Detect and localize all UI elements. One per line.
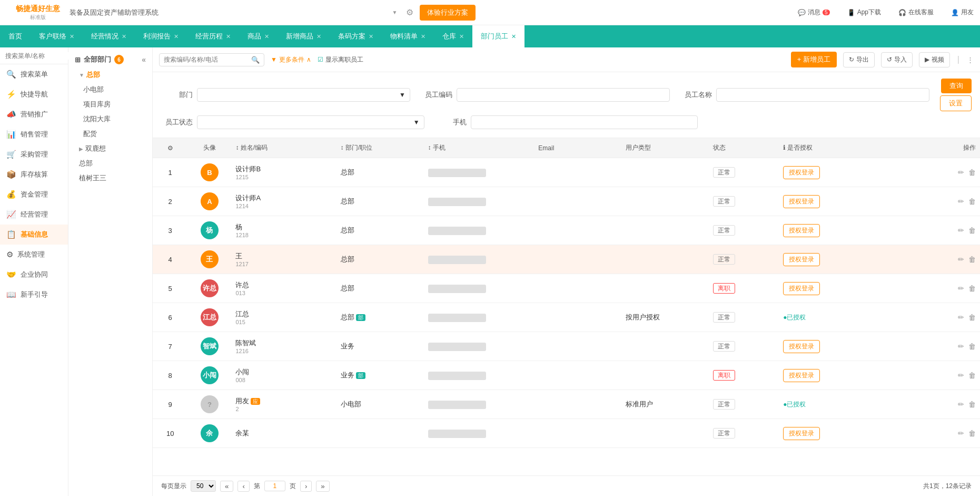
- close-tab-goods[interactable]: ✕: [264, 33, 269, 40]
- auth-btn-4[interactable]: 授权登录: [783, 253, 820, 266]
- th-dept[interactable]: ↕ 部门/职位: [336, 138, 424, 158]
- message-action[interactable]: 💬 消息 5: [798, 8, 830, 17]
- edit-icon-10[interactable]: ✏: [958, 429, 964, 437]
- next-page-button[interactable]: ›: [300, 481, 312, 492]
- delete-icon-10[interactable]: 🗑: [968, 429, 976, 437]
- show-leave-checkbox[interactable]: ☑: [318, 56, 323, 63]
- adv-phone-input[interactable]: [471, 115, 698, 129]
- tab-business[interactable]: 经营情况✕: [83, 25, 135, 47]
- tab-bom[interactable]: 物料清单✕: [382, 25, 434, 47]
- last-page-button[interactable]: »: [316, 481, 329, 492]
- export-button[interactable]: ↻ 导出: [843, 52, 875, 67]
- search-box[interactable]: 🔍: [159, 53, 264, 66]
- edit-icon-5[interactable]: ✏: [958, 284, 964, 293]
- tab-barcode[interactable]: 条码方案✕: [330, 25, 382, 47]
- close-tab-customer[interactable]: ✕: [70, 33, 74, 40]
- delete-icon-1[interactable]: 🗑: [968, 168, 976, 177]
- add-employee-button[interactable]: + 新增员工: [791, 52, 837, 67]
- import-button[interactable]: ↺ 导入: [881, 52, 913, 67]
- close-tab-bom[interactable]: ✕: [421, 33, 425, 40]
- close-tab-profit[interactable]: ✕: [174, 33, 179, 40]
- sidebar-item-system[interactable]: ⚙ 系统管理: [0, 245, 68, 265]
- close-tab-history[interactable]: ✕: [226, 33, 231, 40]
- view-button[interactable]: ▶ 视频: [919, 52, 950, 67]
- edit-icon-1[interactable]: ✏: [958, 168, 964, 177]
- dept-node-projectlib[interactable]: 项目库房: [77, 97, 152, 112]
- page-input[interactable]: [264, 481, 285, 491]
- dept-node-shenyang[interactable]: 沈阳大库: [77, 112, 152, 127]
- delete-icon-7[interactable]: 🗑: [968, 342, 976, 351]
- dept-node-shuanglu[interactable]: ▶ 双鹿想: [68, 141, 152, 156]
- sidebar-item-management[interactable]: 📈 经营管理: [0, 205, 68, 225]
- sidebar-item-collab[interactable]: 🤝 企业协同: [0, 265, 68, 285]
- delete-icon-3[interactable]: 🗑: [968, 226, 976, 235]
- delete-icon-9[interactable]: 🗑: [968, 400, 976, 409]
- search-input[interactable]: [164, 56, 248, 63]
- delete-icon-8[interactable]: 🗑: [968, 371, 976, 380]
- edit-icon-2[interactable]: ✏: [958, 197, 964, 206]
- sidebar-item-guide[interactable]: 📖 新手引导: [0, 285, 68, 305]
- query-button[interactable]: 查询: [941, 79, 972, 93]
- delete-icon-4[interactable]: 🗑: [968, 255, 976, 264]
- sidebar-item-sales[interactable]: 📊 销售管理: [0, 124, 68, 144]
- more-icon[interactable]: ⋮: [967, 56, 974, 64]
- auth-btn-5[interactable]: 授权登录: [783, 282, 820, 295]
- settings-gear-icon[interactable]: ⚙: [406, 7, 413, 17]
- sidebar-item-marketing[interactable]: 📣 营销推广: [0, 104, 68, 124]
- show-leave-toggle[interactable]: ☑ 显示离职员工: [318, 55, 363, 64]
- close-tab-new-goods[interactable]: ✕: [316, 33, 321, 40]
- dept-node-hq[interactable]: ▼ 总部: [68, 67, 152, 82]
- adv-empcode-input[interactable]: [457, 88, 670, 102]
- edit-icon-4[interactable]: ✏: [958, 255, 964, 264]
- tab-profit[interactable]: 利润报告✕: [135, 25, 187, 47]
- edit-icon-7[interactable]: ✏: [958, 342, 964, 351]
- dept-node-zhishu[interactable]: 植树王三: [68, 171, 152, 186]
- page-size-select[interactable]: 50: [191, 480, 216, 492]
- tab-dept-employee[interactable]: 部门员工✕: [472, 25, 524, 47]
- system-dropdown-arrow[interactable]: ▼: [392, 9, 398, 15]
- dept-node-zongbu[interactable]: 总部: [68, 156, 152, 171]
- service-action[interactable]: 🎧 在线客服: [898, 8, 934, 17]
- prev-page-button[interactable]: ‹: [237, 481, 249, 492]
- close-tab-business[interactable]: ✕: [122, 33, 126, 40]
- sidebar-item-basic[interactable]: 📋 基础信息: [0, 225, 68, 245]
- all-dept-label[interactable]: 全部部门: [84, 55, 111, 64]
- sidebar-search-box[interactable]: 🔍: [0, 47, 68, 64]
- auth-btn-8[interactable]: 授权登录: [783, 369, 820, 382]
- trial-button[interactable]: 体验行业方案: [420, 5, 476, 21]
- tab-goods[interactable]: 商品✕: [239, 25, 278, 47]
- sidebar-item-purchase[interactable]: 🛒 采购管理: [0, 144, 68, 164]
- edit-icon-3[interactable]: ✏: [958, 226, 964, 235]
- auth-btn-10[interactable]: 授权登录: [783, 427, 820, 440]
- close-tab-warehouse[interactable]: ✕: [459, 33, 464, 40]
- th-name[interactable]: ↕ 姓名/编码: [231, 138, 336, 158]
- edit-icon-6[interactable]: ✏: [958, 313, 964, 322]
- delete-icon-5[interactable]: 🗑: [968, 284, 976, 293]
- delete-icon-6[interactable]: 🗑: [968, 313, 976, 322]
- sidebar-item-search[interactable]: 🔍 搜索菜单: [0, 64, 68, 84]
- th-settings[interactable]: ⚙: [153, 138, 187, 158]
- tab-new-goods[interactable]: 新增商品✕: [278, 25, 330, 47]
- adv-empname-input[interactable]: [716, 88, 929, 102]
- tab-warehouse[interactable]: 仓库✕: [434, 25, 472, 47]
- tab-customer[interactable]: 客户联络✕: [31, 25, 83, 47]
- app-download-action[interactable]: 📱 App下载: [847, 8, 881, 17]
- sidebar-item-finance[interactable]: 💰 资金管理: [0, 184, 68, 205]
- dept-collapse-icon[interactable]: «: [142, 55, 146, 64]
- set-button[interactable]: 设置: [940, 95, 972, 111]
- edit-icon-9[interactable]: ✏: [958, 400, 964, 409]
- adv-dept-select[interactable]: ▼: [197, 88, 410, 102]
- auth-btn-1[interactable]: 授权登录: [783, 166, 820, 179]
- auth-btn-2[interactable]: 授权登录: [783, 195, 820, 208]
- delete-icon-2[interactable]: 🗑: [968, 197, 976, 206]
- dept-node-xiaodian[interactable]: 小电部: [77, 82, 152, 97]
- close-tab-dept[interactable]: ✕: [511, 33, 516, 40]
- th-phone[interactable]: ↕ 手机: [424, 138, 534, 158]
- close-tab-barcode[interactable]: ✕: [369, 33, 373, 40]
- user-action[interactable]: 👤 用友: [951, 8, 974, 17]
- adv-status-select[interactable]: ▼: [197, 115, 424, 129]
- dept-node-peihe[interactable]: 配货: [77, 127, 152, 141]
- tab-history[interactable]: 经营历程✕: [187, 25, 239, 47]
- auth-btn-7[interactable]: 授权登录: [783, 340, 820, 353]
- more-conditions[interactable]: ▼ 更多条件 ∧: [271, 55, 311, 64]
